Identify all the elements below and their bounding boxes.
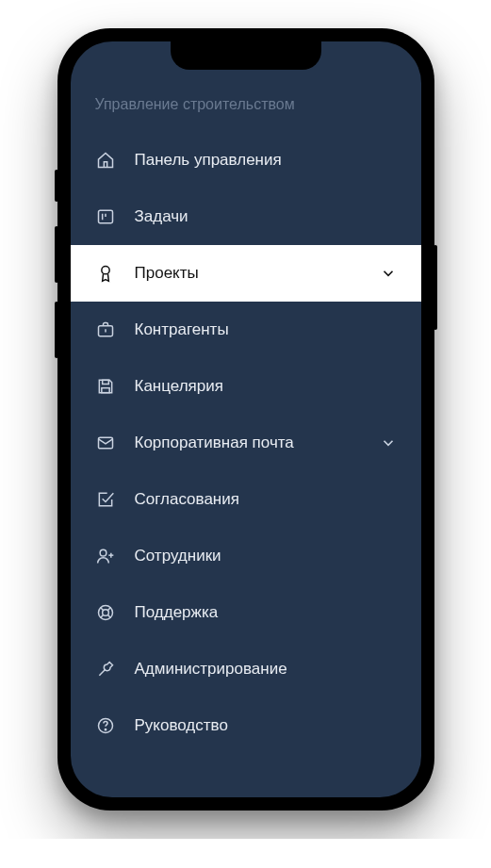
chevron-down-icon xyxy=(380,434,397,451)
menu-item-projects[interactable]: Проекты xyxy=(71,245,421,302)
svg-rect-7 xyxy=(102,380,108,384)
home-icon xyxy=(95,150,116,171)
lifebuoy-icon xyxy=(95,602,116,623)
menu-item-tasks[interactable]: Задачи xyxy=(71,188,421,245)
app-content: Управление строительством Панель управле… xyxy=(71,41,421,797)
phone-screen: Управление строительством Панель управле… xyxy=(71,41,421,797)
menu-item-dashboard[interactable]: Панель управления xyxy=(71,132,421,188)
help-icon xyxy=(95,715,116,736)
save-icon xyxy=(95,376,116,397)
badge-icon xyxy=(95,263,116,284)
app-header-title: Управление строительством xyxy=(71,87,421,132)
svg-rect-6 xyxy=(101,388,108,393)
menu-item-label: Проекты xyxy=(135,264,380,283)
menu-item-label: Администрирование xyxy=(135,660,397,679)
people-icon xyxy=(95,546,116,566)
menu-item-support[interactable]: Поддержка xyxy=(71,584,421,641)
phone-frame: Управление строительством Панель управле… xyxy=(57,28,434,811)
menu-item-label: Сотрудники xyxy=(135,547,397,565)
svg-point-13 xyxy=(102,610,108,616)
menu-item-label: Задачи xyxy=(135,207,397,226)
phone-notch xyxy=(171,41,321,70)
menu-item-label: Корпоративная почта xyxy=(135,434,380,452)
svg-line-15 xyxy=(107,615,110,618)
svg-point-3 xyxy=(101,267,108,274)
menu-item-label: Контрагенты xyxy=(135,320,397,339)
wrench-icon xyxy=(95,659,116,680)
phone-side-button xyxy=(434,245,437,330)
menu-item-approvals[interactable]: Согласования xyxy=(71,471,421,528)
menu-item-label: Согласования xyxy=(135,490,397,509)
phone-side-button xyxy=(55,226,58,283)
tasks-icon xyxy=(95,206,116,227)
menu-item-label: Поддержка xyxy=(135,603,397,622)
svg-line-17 xyxy=(100,615,103,618)
menu-item-administration[interactable]: Администрирование xyxy=(71,641,421,697)
menu-item-corporate-mail[interactable]: Корпоративная почта xyxy=(71,415,421,471)
chevron-down-icon xyxy=(380,265,397,282)
svg-line-14 xyxy=(100,608,103,611)
check-square-icon xyxy=(95,489,116,510)
menu-item-label: Канцелярия xyxy=(135,377,397,396)
menu-item-guide[interactable]: Руководство xyxy=(71,697,421,754)
sidebar-menu: Панель управления Задачи xyxy=(71,132,421,754)
svg-line-16 xyxy=(107,608,110,611)
menu-item-label: Руководство xyxy=(135,716,397,735)
menu-item-counterparties[interactable]: Контрагенты xyxy=(71,302,421,358)
briefcase-icon xyxy=(95,319,116,340)
svg-point-19 xyxy=(105,729,106,730)
mail-icon xyxy=(95,433,116,453)
menu-item-office[interactable]: Канцелярия xyxy=(71,358,421,415)
phone-side-button xyxy=(55,302,58,358)
svg-point-9 xyxy=(100,549,106,556)
menu-item-label: Панель управления xyxy=(135,151,397,170)
phone-side-button xyxy=(55,170,58,202)
menu-item-employees[interactable]: Сотрудники xyxy=(71,528,421,584)
